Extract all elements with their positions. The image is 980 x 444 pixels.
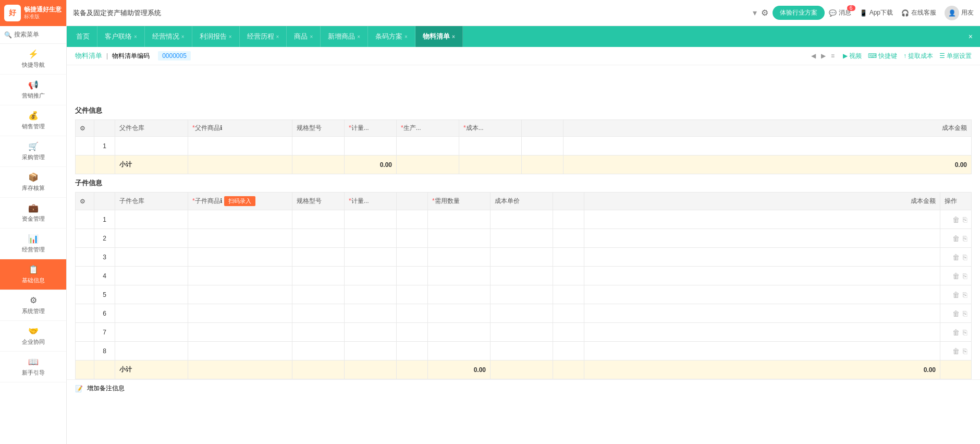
parent-row-spec[interactable] xyxy=(292,137,345,155)
sidebar-item-basic-info[interactable]: 📋 基础信息 xyxy=(0,259,66,290)
copy-icon[interactable]: ⎘ xyxy=(963,215,967,224)
parent-row-cost[interactable] xyxy=(459,137,522,155)
tab-new-product[interactable]: 新增商品 × xyxy=(321,26,368,47)
tab-history-close[interactable]: × xyxy=(276,34,279,40)
child-row-qty[interactable] xyxy=(428,248,491,267)
child-row-qty[interactable] xyxy=(428,304,491,323)
child-row-qty[interactable] xyxy=(428,342,491,361)
online-service-action[interactable]: 🎧 在线客服 xyxy=(901,8,936,17)
tab-bom-close[interactable]: × xyxy=(452,34,455,40)
delete-icon[interactable]: 🗑 xyxy=(952,253,960,261)
child-row-unit-cost[interactable] xyxy=(491,267,553,285)
child-row-product[interactable] xyxy=(188,304,292,323)
child-row-unit[interactable] xyxy=(345,304,397,323)
tab-profit[interactable]: 利润报告 × xyxy=(192,26,240,47)
tab-new-product-close[interactable]: × xyxy=(357,34,360,40)
sidebar-search[interactable]: 🔍 搜索菜单 xyxy=(0,26,66,44)
child-row-warehouse[interactable] xyxy=(115,267,188,285)
copy-icon[interactable]: ⎘ xyxy=(963,291,967,299)
child-col-settings[interactable]: ⚙ xyxy=(76,193,94,210)
view-action[interactable]: ▶ 视频 xyxy=(843,52,862,61)
child-row-unit-cost[interactable] xyxy=(491,210,553,229)
copy-icon[interactable]: ⎘ xyxy=(963,234,967,243)
sidebar-item-purchase[interactable]: 🛒 采购管理 xyxy=(0,136,66,167)
child-row-warehouse[interactable] xyxy=(115,304,188,323)
copy-icon[interactable]: ⎘ xyxy=(963,272,967,280)
child-row-warehouse[interactable] xyxy=(115,210,188,229)
child-row-product[interactable] xyxy=(188,323,292,342)
child-row-warehouse[interactable] xyxy=(115,323,188,342)
child-row-unit-cost[interactable] xyxy=(491,304,553,323)
list-view-icon[interactable]: ≡ xyxy=(829,51,837,61)
child-row-unit-cost[interactable] xyxy=(491,229,553,248)
child-row-product[interactable] xyxy=(188,267,292,285)
delete-icon[interactable]: 🗑 xyxy=(952,309,960,318)
tab-bom[interactable]: 物料清单 × xyxy=(415,26,463,47)
prev-arrow[interactable]: ◀ xyxy=(809,51,818,61)
child-row-warehouse[interactable] xyxy=(115,285,188,304)
child-row-spec[interactable] xyxy=(292,267,345,285)
breadcrumb[interactable]: 物料清单 xyxy=(75,51,102,61)
close-all-tabs[interactable]: × xyxy=(963,32,978,41)
tab-home[interactable]: 首页 xyxy=(69,26,97,47)
child-row-warehouse[interactable] xyxy=(115,248,188,267)
sidebar-item-enterprise[interactable]: 🤝 企业协同 xyxy=(0,321,66,352)
child-row-unit[interactable] xyxy=(345,210,397,229)
sidebar-item-marketing[interactable]: 📢 营销推广 xyxy=(0,75,66,105)
child-row-warehouse[interactable] xyxy=(115,342,188,361)
child-row-product[interactable] xyxy=(188,342,292,361)
child-row-product[interactable] xyxy=(188,248,292,267)
child-row-unit[interactable] xyxy=(345,342,397,361)
next-arrow[interactable]: ▶ xyxy=(819,51,828,61)
child-row-spec[interactable] xyxy=(292,342,345,361)
child-row-spec[interactable] xyxy=(292,304,345,323)
child-row-unit[interactable] xyxy=(345,267,397,285)
sidebar-item-guide[interactable]: 📖 新手引导 xyxy=(0,352,66,382)
parent-col-settings[interactable]: ⚙ xyxy=(76,120,94,137)
tab-business-close[interactable]: × xyxy=(181,34,185,40)
tab-product-close[interactable]: × xyxy=(310,34,313,40)
single-settings-action[interactable]: ☰ 单据设置 xyxy=(939,52,972,61)
sidebar-item-inventory[interactable]: 📦 库存核算 xyxy=(0,167,66,198)
child-row-unit-cost[interactable] xyxy=(491,323,553,342)
message-action[interactable]: 💬 消息 6 xyxy=(829,8,851,17)
child-row-spec[interactable] xyxy=(292,210,345,229)
child-row-qty[interactable] xyxy=(428,229,491,248)
tab-customer-close[interactable]: × xyxy=(134,34,137,40)
delete-icon[interactable]: 🗑 xyxy=(952,234,960,243)
tab-profit-close[interactable]: × xyxy=(229,34,232,40)
child-row-product[interactable] xyxy=(188,210,292,229)
tab-barcode[interactable]: 条码方案 × xyxy=(368,26,415,47)
parent-row-unit[interactable] xyxy=(345,137,397,155)
delete-icon[interactable]: 🗑 xyxy=(952,347,960,355)
child-row-unit-cost[interactable] xyxy=(491,342,553,361)
copy-icon[interactable]: ⎘ xyxy=(963,347,967,355)
parent-row-product[interactable] xyxy=(188,137,292,155)
settings-gear-icon[interactable]: ⚙ xyxy=(761,8,768,18)
sidebar-item-system[interactable]: ⚙ 系统管理 xyxy=(0,290,66,321)
sidebar-item-sales[interactable]: 💰 销售管理 xyxy=(0,105,66,136)
child-row-unit[interactable] xyxy=(345,323,397,342)
delete-icon[interactable]: 🗑 xyxy=(952,215,960,224)
tab-history[interactable]: 经营历程 × xyxy=(240,26,287,47)
child-row-spec[interactable] xyxy=(292,285,345,304)
tab-customer[interactable]: 客户联络 × xyxy=(97,26,145,47)
delete-icon[interactable]: 🗑 xyxy=(952,291,960,299)
experience-btn[interactable]: 体验行业方案 xyxy=(773,6,825,20)
child-row-spec[interactable] xyxy=(292,229,345,248)
child-row-unit-cost[interactable] xyxy=(491,248,553,267)
child-row-unit[interactable] xyxy=(345,285,397,304)
delete-icon[interactable]: 🗑 xyxy=(952,328,960,337)
copy-icon[interactable]: ⎘ xyxy=(963,253,967,261)
child-row-unit-cost[interactable] xyxy=(491,285,553,304)
scan-button[interactable]: 扫码录入 xyxy=(224,196,255,206)
tab-product[interactable]: 商品 × xyxy=(287,26,321,47)
tab-barcode-close[interactable]: × xyxy=(405,34,408,40)
delete-icon[interactable]: 🗑 xyxy=(952,272,960,280)
parent-row-warehouse[interactable] xyxy=(115,137,188,155)
app-download-action[interactable]: 📱 App下载 xyxy=(860,8,893,17)
parent-row-production[interactable] xyxy=(397,137,459,155)
copy-icon[interactable]: ⎘ xyxy=(963,328,967,337)
shortcut-action[interactable]: ⌨ 快捷键 xyxy=(868,52,897,61)
child-row-qty[interactable] xyxy=(428,267,491,285)
